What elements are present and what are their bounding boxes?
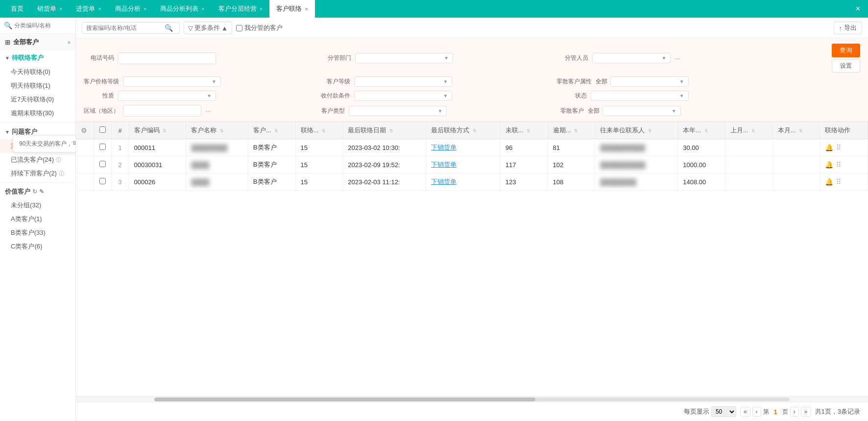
next-page-button[interactable]: › [790,407,799,417]
horizontal-scrollbar[interactable] [76,396,868,402]
collapse-sidebar-icon[interactable]: « [68,39,71,45]
phone-input[interactable] [118,52,216,64]
col-overdue[interactable]: 逾期... ⇅ [548,122,595,139]
sidebar-item-7days-pending[interactable]: 近7天待联络(0) [0,93,75,106]
more-conditions-button[interactable]: ▽ 更多条件 ▲ [184,22,232,34]
row-checkbox-1[interactable] [99,144,106,150]
sidebar: 🔍 ⊞ 全部客户 « ▼ 待联络客户 今天待联络(0) 明天待联络(1) 近7天… [0,18,76,421]
last-way-link-3[interactable]: 下销货单 [431,178,457,185]
sidebar-item-today-pending[interactable]: 今天待联络(0) [0,65,75,79]
select-all-checkbox[interactable] [99,126,106,133]
nav-tab-customer-contact[interactable]: 客户联络 × [269,0,314,18]
customer-level-select[interactable]: ▼ [354,76,452,87]
action-more-icon-2[interactable]: ⠿ [836,161,841,169]
cell-last-way-3[interactable]: 下销货单 [426,173,501,191]
action-chat-icon-2[interactable]: 🔔 [825,161,833,169]
close-tab-customer-segment-icon[interactable]: × [260,6,263,12]
row-checkbox-3[interactable] [99,178,106,184]
row-checkbox-2[interactable] [99,161,106,167]
filter-search-button[interactable]: 🔍 [165,24,173,32]
nav-home[interactable]: 首页 [4,0,30,18]
retail-attr-select[interactable]: ▼ [610,76,689,87]
col-this-year[interactable]: 本年... ⇅ [678,122,725,139]
col-this-month[interactable]: 本月... ⇅ [772,122,820,139]
close-tab-analysis-list-icon[interactable]: × [201,6,204,12]
scrollbar-thumb[interactable] [154,397,535,401]
col-last-month[interactable]: 上月... ⇅ [725,122,772,139]
scrollbar-track[interactable] [154,397,790,401]
last-way-link-1[interactable]: 下销货单 [431,144,457,151]
nav-tab-analysis[interactable]: 商品分析 × [108,0,153,18]
customer-type-select[interactable]: ▼ [349,106,447,116]
col-unit-contact[interactable]: 往来单位联系人 ⇅ [595,122,678,139]
manager-select[interactable]: ▼ [592,53,671,63]
sidebar-search-input[interactable] [14,22,76,29]
sidebar-item-tomorrow-pending[interactable]: 明天待联络(1) [0,79,75,93]
sidebar-group-pending-title[interactable]: ▼ 待联络客户 [0,50,75,65]
cell-checkbox-3[interactable] [94,173,111,191]
retail-customer-select[interactable]: ▼ [603,106,681,116]
nav-tab-customer-segment[interactable]: 客户分层经营 × [212,0,269,18]
my-customers-checkbox[interactable] [236,25,242,31]
filter-field-price-level: 客户价格等级 ▼ [84,76,304,87]
action-more-icon-3[interactable]: ⠿ [836,178,841,186]
sidebar-item-class-c[interactable]: C类客户(6) [0,240,75,253]
close-all-tabs-button[interactable]: × [852,4,864,13]
status-select[interactable]: ▼ [591,91,689,101]
customer-table: ⚙ # 客户编码 ⇅ 客户名称 ⇅ [76,122,868,191]
query-button[interactable]: 查询 [832,44,860,57]
prev-page-button[interactable]: ‹ [752,407,761,417]
nature-select[interactable]: ▼ [118,91,216,101]
nav-tab-sales[interactable]: 销货单 × [30,0,69,18]
col-checkbox[interactable] [94,122,111,139]
page-size-select[interactable]: 50 100 200 [711,406,736,417]
my-customers-checkbox-container[interactable]: 我分管的客户 [236,24,283,32]
col-last-contact-way[interactable]: 最后联络方式 ⇅ [426,122,501,139]
sidebar-item-class-b[interactable]: B类客户(33) [0,226,75,240]
settings-button[interactable]: 设置 [832,59,860,73]
dept-select[interactable]: ▼ [355,53,453,63]
cell-last-way-2[interactable]: 下销货单 [426,156,501,173]
close-tab-purchase-icon[interactable]: × [98,6,101,12]
sidebar-item-unclassified[interactable]: 未分组(32) [0,198,75,212]
refresh-icon[interactable]: ↻ [32,188,37,195]
export-button[interactable]: ↑ 导出 [834,22,863,34]
col-not-contacted[interactable]: 未联... ⇅ [500,122,548,139]
sidebar-group-value-title[interactable]: 价值客户 ↻ ✎ [0,185,75,198]
sidebar-all-customers[interactable]: ⊞ 全部客户 « [0,34,75,50]
sidebar-item-overdue-pending[interactable]: 逾期未联络(30) [0,106,75,120]
action-chat-icon-1[interactable]: 🔔 [825,144,833,151]
close-tab-sales-icon[interactable]: × [59,6,62,12]
close-tab-customer-contact-icon[interactable]: × [305,6,308,12]
filter-search-input[interactable] [86,25,165,31]
last-way-link-2[interactable]: 下销货单 [431,161,457,168]
edit-icon[interactable]: ✎ [39,188,44,195]
close-tab-analysis-icon[interactable]: × [144,6,146,12]
col-last-contact-date[interactable]: 最后联络日期 ⇅ [343,122,426,139]
payment-select[interactable]: ▼ [354,91,452,101]
region-input[interactable] [123,105,201,117]
chevron-down-icon-10: ▼ [672,108,676,114]
nav-tab-purchase[interactable]: 进货单 × [69,0,108,18]
manager-dots-button[interactable]: ··· [675,54,680,62]
cell-checkbox-2[interactable] [94,156,111,173]
action-chat-icon-3[interactable]: 🔔 [825,178,833,186]
col-code[interactable]: 客户编码 ⇅ [129,122,186,139]
sidebar-item-churned[interactable]: 已流失客户(24) ⓘ [0,153,75,167]
first-page-button[interactable]: « [740,407,750,417]
col-level[interactable]: 客户... ⇅ [248,122,295,139]
last-page-button[interactable]: » [801,407,811,417]
cell-checkbox-1[interactable] [94,139,111,156]
col-settings[interactable]: ⚙ [76,122,94,139]
nav-tab-analysis-list[interactable]: 商品分析列表 × [153,0,211,18]
sidebar-item-class-a[interactable]: A类客户(1) [0,212,75,226]
action-more-icon-1[interactable]: ⠿ [836,144,841,151]
cell-last-way-1[interactable]: 下销货单 [426,139,501,156]
cell-contact-1: 15 [295,139,343,156]
col-contact[interactable]: 联络... ⇅ [295,122,343,139]
col-name[interactable]: 客户名称 ⇅ [186,122,248,139]
table-settings-icon[interactable]: ⚙ [81,126,87,134]
price-level-select[interactable]: ▼ [123,76,221,87]
sidebar-item-declining[interactable]: 持续下滑客户(2) ⓘ [0,167,75,180]
region-dots-button[interactable]: ··· [205,107,211,115]
